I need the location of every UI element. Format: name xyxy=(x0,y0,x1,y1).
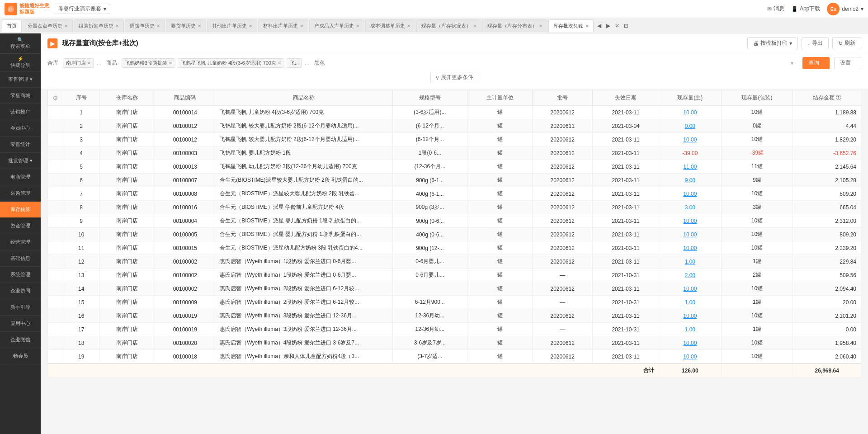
export-button[interactable]: ↓ 导出 xyxy=(802,37,829,49)
top-bar-right: ✉ 消息 📱 App下载 Ea demo2 ▾ xyxy=(767,3,863,15)
cell-stock-main[interactable]: 11.00 xyxy=(659,160,721,174)
quick-nav-button[interactable]: ⚡ 快捷导航 xyxy=(0,54,41,71)
warehouse-tag[interactable]: 南岸门店 ✕ xyxy=(63,58,94,68)
user-menu[interactable]: Ea demo2 ▾ xyxy=(827,3,863,15)
sidebar-item-apps[interactable]: 应用中心 xyxy=(0,316,41,332)
cell-stock-main[interactable]: 10.00 xyxy=(659,106,721,119)
sidebar-item-member[interactable]: 会员中心 xyxy=(0,120,41,137)
close-icon[interactable]: ✕ xyxy=(278,61,281,66)
sidebar-item-guide[interactable]: 新手引导 xyxy=(0,299,41,316)
close-icon[interactable]: ✕ xyxy=(356,24,359,28)
tab-cost-adjust[interactable]: 成本调整单历史 ✕ xyxy=(365,19,415,32)
tab-other-out[interactable]: 其他出库单历史 ✕ xyxy=(207,19,257,32)
close-icon[interactable]: ✕ xyxy=(539,24,542,28)
product-tag-3[interactable]: 飞... xyxy=(287,58,302,68)
cell-stock-main[interactable]: 1.00 xyxy=(659,296,721,309)
close-icon[interactable]: ✕ xyxy=(169,61,172,66)
cell-balance: 2,145.64 xyxy=(793,160,861,174)
cell-balance: 665.04 xyxy=(793,201,861,214)
expand-sidebar-button[interactable]: ▶ xyxy=(47,38,57,48)
message-button[interactable]: ✉ 消息 xyxy=(767,5,784,13)
settings-button[interactable]: 设置 xyxy=(834,57,861,69)
cell-stock-main[interactable]: 10.00 xyxy=(659,228,721,241)
close-icon[interactable]: ✕ xyxy=(473,24,476,28)
cell-product-name: 合生元（BIOSTIME）派星 婴儿配方奶粉 1段 乳铁蛋白的... xyxy=(215,214,393,228)
cell-settings xyxy=(48,309,63,323)
print-button[interactable]: 🖨 按模板打印 ▾ xyxy=(747,37,798,49)
cell-stock-main[interactable]: 10.00 xyxy=(659,336,721,350)
close-icon[interactable]: ✕ xyxy=(198,24,201,28)
cell-stock-pkg: 10罐 xyxy=(721,309,793,323)
tab-transfer[interactable]: 调拨单历史 ✕ xyxy=(125,19,165,32)
tab-close-button[interactable]: ✕ xyxy=(613,19,622,32)
sidebar-item-finance[interactable]: 资金管理 xyxy=(0,218,41,234)
expand-more-button[interactable]: ∨ 展开更多条件 xyxy=(430,72,478,83)
cell-settings xyxy=(48,228,63,241)
sidebar-item-inventory[interactable]: 库存核算 xyxy=(0,202,41,218)
cell-stock-main[interactable]: 2.00 xyxy=(659,269,721,282)
product-more[interactable]: … xyxy=(304,60,310,66)
product-tag-1[interactable]: 飞鹤奶粉3段两提装 ✕ xyxy=(122,58,175,68)
cell-warehouse: 南岸门店 xyxy=(99,323,155,336)
cell-stock-pkg: 10罐 xyxy=(721,187,793,201)
close-icon[interactable]: ✕ xyxy=(64,24,68,28)
app-download-button[interactable]: 📱 App下载 xyxy=(791,5,820,13)
inventory-table: ⚙ 序号 仓库名称 商品编码 商品名称 规格型号 主计量单位 批号 失效日期 现… xyxy=(47,90,861,377)
tab-more-button[interactable]: ⊡ xyxy=(622,19,631,32)
close-icon[interactable]: ✕ xyxy=(87,61,91,66)
close-icon[interactable]: ✕ xyxy=(585,24,589,28)
close-icon[interactable]: ✕ xyxy=(249,24,252,28)
refresh-button[interactable]: ↻ 刷新 xyxy=(832,37,861,49)
cell-stock-main[interactable]: 10.00 xyxy=(659,350,721,364)
query-button[interactable]: 查询 xyxy=(802,57,830,69)
sidebar-item-operations[interactable]: 经营管理 xyxy=(0,234,41,250)
tab-prev-button[interactable]: ◀ xyxy=(594,19,604,32)
tab-requisition[interactable]: 要货单历史 ✕ xyxy=(166,19,206,32)
cell-stock-main[interactable]: 9.00 xyxy=(659,174,721,187)
tab-inventory-split[interactable]: 分量盘点单历史 ✕ xyxy=(23,19,73,32)
sidebar-item-retail-stats[interactable]: 零售统计 xyxy=(0,137,41,153)
sidebar-item-wechat[interactable]: 企业微信 xyxy=(0,332,41,348)
tab-batch-voucher[interactable]: 库存批次凭账 ✕ xyxy=(548,19,594,32)
cell-stock-main[interactable]: 10.00 xyxy=(659,133,721,146)
sidebar-item-basics[interactable]: 基础信息 xyxy=(0,250,41,267)
close-icon[interactable]: ✕ xyxy=(300,24,303,28)
search-menu-button[interactable]: 🔍 搜索菜单 xyxy=(0,33,41,54)
tab-inventory-status[interactable]: 现存量（库存状况表） ✕ xyxy=(416,19,481,32)
cell-stock-main[interactable]: 10.00 xyxy=(659,241,721,255)
product-tag-2[interactable]: 飞鹤星飞帆 儿童奶粉 4段(3-6岁适用) 700克 ✕ xyxy=(178,58,284,68)
cell-warehouse: 南岸门店 xyxy=(99,282,155,296)
settings-icon[interactable]: ⚙ xyxy=(52,94,58,102)
sidebar-item-retail-shop[interactable]: 零售商城 xyxy=(0,88,41,104)
sidebar-item-system[interactable]: 系统管理 xyxy=(0,267,41,283)
sidebar-item-retail[interactable]: 零售管理 ▾ xyxy=(0,71,41,88)
cell-stock-main[interactable]: 10.00 xyxy=(659,187,721,201)
industry-selector[interactable]: 母婴行业演示账套 ▾ xyxy=(54,4,110,14)
cell-stock-main[interactable]: 0.00 xyxy=(659,119,721,133)
cell-stock-main[interactable]: 1.00 xyxy=(659,255,721,269)
cell-stock-main[interactable]: -39.00 xyxy=(659,146,721,160)
close-icon[interactable]: ✕ xyxy=(156,24,160,28)
tab-next-button[interactable]: ▶ xyxy=(604,19,613,32)
cell-stock-main[interactable]: 10.00 xyxy=(659,282,721,296)
sidebar-item-wholesale[interactable]: 批发管理 ▾ xyxy=(0,153,41,169)
sidebar-item-purchase[interactable]: 采购管理 xyxy=(0,185,41,202)
tab-product-in[interactable]: 产成品入库单历史 ✕ xyxy=(309,19,364,32)
cell-stock-main[interactable]: 10.00 xyxy=(659,309,721,323)
tab-disassemble[interactable]: 组装拆卸单历史 ✕ xyxy=(74,19,124,32)
warehouse-tag-group: 南岸门店 ✕ … xyxy=(63,58,102,68)
cell-stock-main[interactable]: 1.00 xyxy=(659,323,721,336)
tab-home[interactable]: 首页 xyxy=(2,19,22,32)
close-icon[interactable]: ✕ xyxy=(407,24,410,28)
sidebar-item-member2[interactable]: 畅会员 xyxy=(0,348,41,364)
cell-unit: 罐 xyxy=(467,241,533,255)
tab-inventory-dist[interactable]: 现存量（库存分布表） ✕ xyxy=(482,19,547,32)
warehouse-more[interactable]: … xyxy=(96,60,102,66)
sidebar-item-marketing[interactable]: 营销推广 xyxy=(0,104,41,120)
sidebar-item-enterprise[interactable]: 企业协同 xyxy=(0,283,41,299)
close-icon[interactable]: ✕ xyxy=(115,24,119,28)
tab-material-out[interactable]: 材料出库单历史 ✕ xyxy=(258,19,308,32)
cell-stock-main[interactable]: 3.00 xyxy=(659,201,721,214)
cell-stock-main[interactable]: 10.00 xyxy=(659,214,721,228)
sidebar-item-ecommerce[interactable]: 电商管理 xyxy=(0,169,41,185)
